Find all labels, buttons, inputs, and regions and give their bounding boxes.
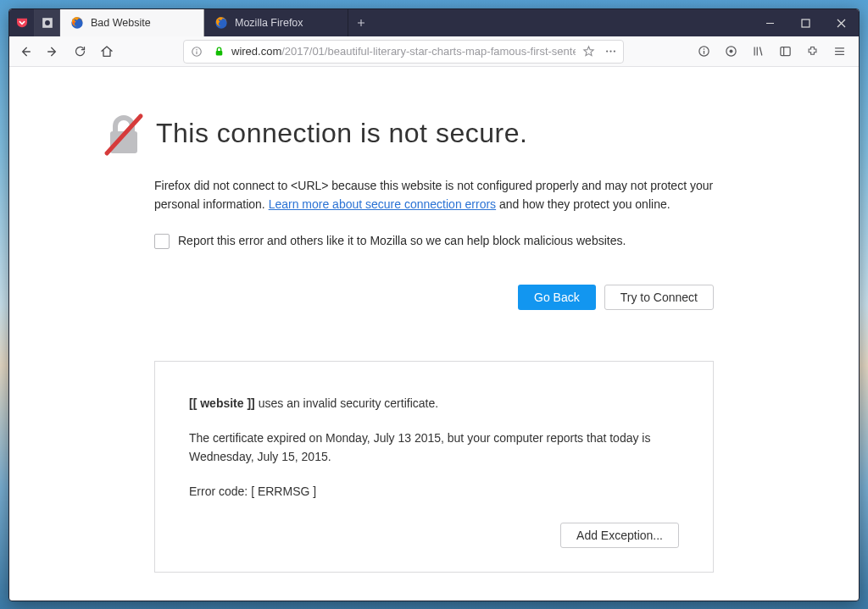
url-path: /2017/01/beautiful-literary-star-charts-… — [281, 45, 576, 58]
window-controls — [752, 9, 859, 36]
tabs-container: Bad Website Mozilla Firefox — [60, 9, 752, 36]
svg-rect-15 — [780, 47, 789, 56]
bookmark-star-icon[interactable] — [579, 45, 598, 58]
error-details: [[ website ]] uses an invalid security c… — [154, 361, 714, 573]
try-to-connect-button[interactable]: Try to Connect — [604, 285, 714, 310]
pocket-icon[interactable] — [9, 9, 35, 36]
site-info-icon[interactable] — [187, 46, 206, 58]
sidebar-icon[interactable] — [772, 40, 798, 64]
svg-rect-4 — [802, 19, 810, 27]
tab-strip: Bad Website Mozilla Firefox — [9, 9, 859, 36]
library-icon[interactable] — [745, 40, 771, 64]
svg-point-12 — [703, 48, 704, 50]
error-action-buttons: Go Back Try to Connect — [154, 285, 714, 310]
error-header: This connection is not secure. — [103, 113, 714, 153]
firefox-favicon-icon — [70, 16, 84, 30]
home-button[interactable] — [94, 40, 120, 64]
extension-icon[interactable] — [799, 40, 825, 64]
new-tab-button[interactable] — [348, 9, 374, 36]
navigation-toolbar: wired.com/2017/01/beautiful-literary-sta… — [9, 36, 859, 67]
tab-mozilla-firefox[interactable]: Mozilla Firefox — [204, 9, 348, 36]
toolbar-right-icons — [687, 40, 855, 64]
add-exception-button[interactable]: Add Exception... — [560, 523, 679, 548]
lock-icon[interactable] — [209, 46, 228, 57]
error-title: This connection is not secure. — [156, 118, 527, 149]
details-line-2: The certificate expired on Monday, July … — [189, 429, 679, 467]
browser-window: Bad Website Mozilla Firefox — [8, 8, 860, 601]
go-back-button[interactable]: Go Back — [518, 285, 596, 310]
page-content: This connection is not secure. Firefox d… — [9, 67, 859, 601]
error-description: Firefox did not connect to <URL> because… — [154, 177, 714, 213]
tab-label: Bad Website — [91, 17, 193, 29]
back-button[interactable] — [13, 40, 38, 64]
svg-rect-7 — [215, 51, 222, 55]
svg-point-8 — [606, 50, 608, 52]
svg-point-6 — [196, 48, 198, 50]
report-error-label: Report this error and others like it to … — [178, 234, 626, 247]
app-menu-icon[interactable] — [826, 40, 852, 64]
unknown-app-icon[interactable] — [35, 9, 60, 36]
report-error-checkbox[interactable] — [154, 234, 170, 249]
window-minimize-button[interactable] — [752, 9, 787, 36]
titlebar-left — [9, 9, 60, 36]
url-bar[interactable]: wired.com/2017/01/beautiful-literary-sta… — [183, 40, 624, 64]
svg-point-10 — [613, 50, 615, 52]
firefox-favicon-icon — [214, 16, 228, 30]
insecure-lock-icon — [103, 113, 141, 153]
download-icon[interactable] — [718, 40, 743, 64]
url-host: wired.com — [231, 45, 281, 58]
page-actions-icon[interactable] — [601, 45, 620, 58]
details-line-3: Error code: [ ERRMSG ] — [189, 482, 679, 501]
report-error-row: Report this error and others like it to … — [154, 234, 714, 249]
url-bar-container: wired.com/2017/01/beautiful-literary-sta… — [121, 40, 686, 64]
svg-point-1 — [45, 20, 50, 25]
details-website-placeholder: [[ website ]] — [189, 396, 255, 410]
tab-bad-website[interactable]: Bad Website — [60, 9, 204, 36]
url-text: wired.com/2017/01/beautiful-literary-sta… — [231, 45, 576, 58]
reload-button[interactable] — [67, 40, 92, 64]
permissions-icon[interactable] — [691, 40, 716, 64]
learn-more-link[interactable]: Learn more about secure connection error… — [269, 197, 496, 211]
tab-label: Mozilla Firefox — [235, 17, 337, 29]
error-page-container: This connection is not secure. Firefox d… — [154, 113, 714, 573]
details-line1-post: uses an invalid security certificate. — [255, 396, 438, 410]
details-line-1: [[ website ]] uses an invalid security c… — [189, 394, 679, 412]
error-body-post: and how they protect you online. — [496, 197, 670, 211]
svg-point-14 — [729, 50, 732, 53]
window-maximize-button[interactable] — [787, 9, 823, 36]
forward-button[interactable] — [40, 40, 65, 64]
svg-point-9 — [609, 50, 611, 52]
window-close-button[interactable] — [823, 9, 859, 36]
desktop-background: Bad Website Mozilla Firefox — [0, 0, 868, 609]
details-actions: Add Exception... — [189, 523, 679, 548]
